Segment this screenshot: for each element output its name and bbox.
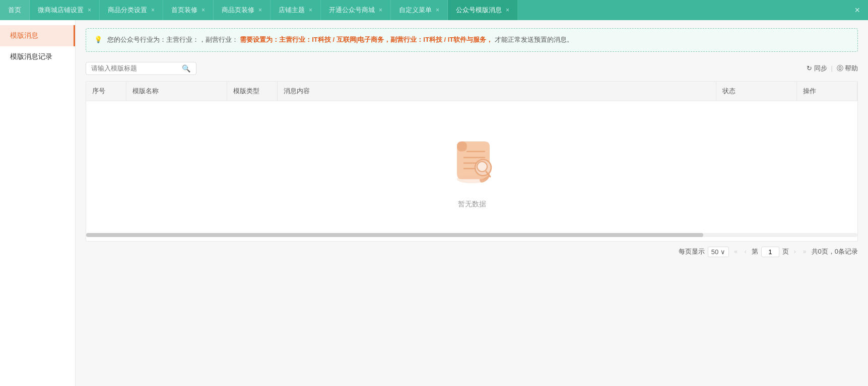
sync-icon: ↻: [807, 64, 812, 72]
sidebar-item-template-msg[interactable]: 模版消息: [0, 25, 75, 46]
toolbar: 🔍 ↻ 同步 | ⓪ 帮助: [86, 62, 858, 75]
topnav-label-home-decor: 首页装修: [171, 6, 197, 15]
sync-button[interactable]: ↻ 同步: [807, 64, 827, 73]
topnav-item-home[interactable]: 首页: [0, 0, 30, 20]
sidebar: 模版消息 模版消息记录: [0, 20, 76, 386]
scrollbar-thumb[interactable]: [86, 233, 703, 237]
next-page-button[interactable]: ›: [792, 247, 798, 256]
topnav-label-category: 商品分类设置: [108, 6, 147, 15]
th-content: 消息内容: [278, 82, 716, 101]
sidebar-item-template-record[interactable]: 模版消息记录: [0, 46, 75, 67]
th-type: 模版类型: [227, 82, 278, 101]
table-container: 序号 模版名称 模版类型 消息内容 状态 操作: [86, 81, 858, 242]
topnav-item-template-msg[interactable]: 公众号模版消息 ×: [448, 0, 518, 20]
topnav-item-custom-menu[interactable]: 自定义菜单 ×: [391, 0, 448, 20]
topnav-item-shop-theme[interactable]: 店铺主题 ×: [271, 0, 321, 20]
notice-suffix: 才能正常发送预置的消息。: [495, 36, 573, 43]
page-number-input[interactable]: [761, 247, 779, 257]
close-all-button[interactable]: ×: [846, 5, 868, 16]
first-page-button[interactable]: «: [732, 247, 740, 256]
topnav-label-custom-menu: 自定义菜单: [399, 6, 432, 15]
topnav-label-wshop: 微商城店铺设置: [38, 6, 84, 15]
close-custom-menu-icon[interactable]: ×: [436, 7, 439, 14]
page-size-chevron-icon: ∨: [720, 248, 725, 256]
page-suffix: 页: [782, 247, 789, 256]
empty-text: 暂无数据: [458, 200, 486, 209]
total-label: 共0页，0条记录: [812, 247, 858, 256]
topnav-item-category[interactable]: 商品分类设置 ×: [100, 0, 163, 20]
th-status: 状态: [716, 82, 797, 101]
topnav-label-open-mall: 开通公众号商城: [329, 6, 375, 15]
close-category-icon[interactable]: ×: [151, 7, 155, 14]
th-name: 模版名称: [126, 82, 227, 101]
notice-prefix: 您的公众号行业为：主营行业：，副营行业：: [107, 36, 238, 43]
toolbar-right: ↻ 同步 | ⓪ 帮助: [807, 64, 858, 73]
content-area: 💡 您的公众号行业为：主营行业：，副营行业： 需要设置为：主营行业：IT科技 /…: [76, 20, 868, 386]
topnav-item-home-decor[interactable]: 首页装修 ×: [163, 0, 214, 20]
close-open-mall-icon[interactable]: ×: [379, 7, 382, 14]
prev-page-button[interactable]: ‹: [743, 247, 749, 256]
empty-illustration: [442, 131, 502, 192]
help-icon: ⓪: [837, 64, 843, 73]
topnav-label-home: 首页: [8, 6, 21, 15]
notice-icon: 💡: [94, 36, 102, 43]
topnav-item-product-decor[interactable]: 商品页装修 ×: [214, 0, 271, 20]
close-product-decor-icon[interactable]: ×: [258, 7, 262, 14]
empty-state: 暂无数据: [86, 101, 857, 229]
pagination: 每页显示 50 ∨ « ‹ 第 页 › » 共0页，0条记录: [86, 242, 858, 259]
search-area: 🔍: [86, 62, 196, 75]
last-page-button[interactable]: »: [801, 247, 809, 256]
table-header: 序号 模版名称 模版类型 消息内容 状态 操作: [86, 82, 857, 101]
search-input[interactable]: [91, 64, 182, 72]
main-layout: 模版消息 模版消息记录 💡 您的公众号行业为：主营行业：，副营行业： 需要设置为…: [0, 20, 868, 386]
topnav-label-shop-theme: 店铺主题: [279, 6, 305, 15]
topnav-label-template-msg: 公众号模版消息: [456, 6, 502, 15]
th-seq: 序号: [86, 82, 126, 101]
close-template-msg-icon[interactable]: ×: [506, 7, 509, 14]
help-button[interactable]: ⓪ 帮助: [837, 64, 858, 73]
topnav-item-wshop[interactable]: 微商城店铺设置 ×: [30, 0, 100, 20]
page-size-label: 每页显示: [679, 247, 705, 256]
page-size-value: 50: [711, 248, 718, 256]
th-action: 操作: [797, 82, 857, 101]
close-shop-theme-icon[interactable]: ×: [309, 7, 312, 14]
notice-box: 💡 您的公众号行业为：主营行业：，副营行业： 需要设置为：主营行业：IT科技 /…: [86, 28, 858, 52]
notice-highlight: 需要设置为：主营行业：IT科技 / 互联网|电子商务，副营行业：IT科技 / I…: [240, 36, 493, 43]
topnav-item-open-mall[interactable]: 开通公众号商城 ×: [321, 0, 391, 20]
topnav-label-product-decor: 商品页装修: [222, 6, 254, 15]
topnav: 首页 微商城店铺设置 × 商品分类设置 × 首页装修 × 商品页装修 × 店铺主…: [0, 0, 868, 20]
page-size-select[interactable]: 50 ∨: [708, 247, 729, 257]
page-label: 第: [752, 247, 758, 256]
toolbar-divider: |: [831, 64, 833, 72]
search-button[interactable]: 🔍: [182, 64, 190, 72]
svg-point-6: [477, 162, 487, 172]
close-home-decor-icon[interactable]: ×: [202, 7, 205, 14]
scrollbar-track[interactable]: [86, 233, 857, 237]
close-wshop-icon[interactable]: ×: [88, 7, 91, 14]
